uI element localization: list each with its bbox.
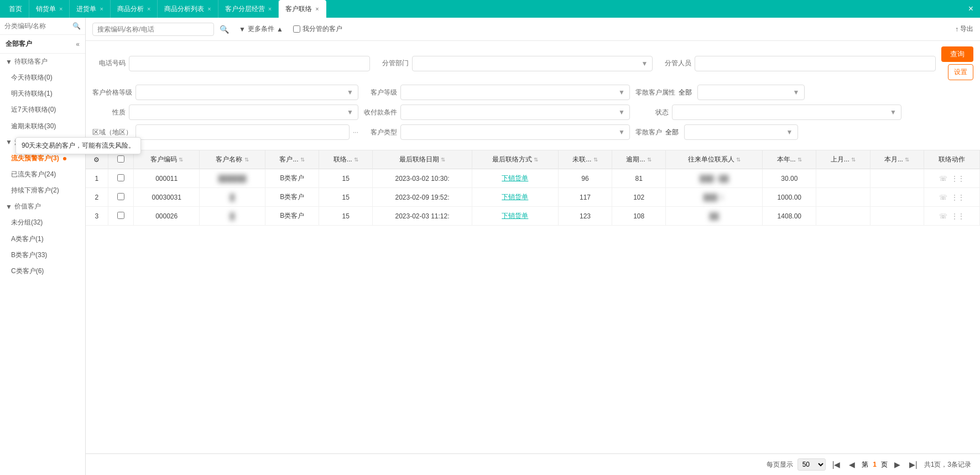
- row-action[interactable]: ☏ ⋮⋮: [924, 207, 979, 226]
- search-button[interactable]: 🔍: [220, 25, 229, 34]
- row-checkbox[interactable]: [108, 188, 134, 207]
- row-action[interactable]: ☏ ⋮⋮: [924, 169, 979, 188]
- prev-page-button[interactable]: ◀: [847, 459, 857, 470]
- payment-label: 收付款条件: [364, 108, 397, 117]
- col-action: 联络动作: [924, 150, 979, 169]
- row-checkbox[interactable]: [108, 207, 134, 226]
- sidebar-item-overdue[interactable]: 逾期未联络(30): [0, 118, 85, 134]
- col-this-month[interactable]: 本月... ⇅: [870, 150, 924, 169]
- export-button[interactable]: ↑ 导出: [955, 24, 973, 34]
- dept-select[interactable]: ▼: [412, 56, 653, 71]
- row-customer-type: B类客户: [265, 169, 319, 188]
- row-last-type[interactable]: 下销货单: [472, 169, 558, 188]
- sidebar-item-class-a[interactable]: A类客户(1): [0, 231, 85, 247]
- action-more-icon[interactable]: ⋮⋮: [951, 175, 965, 182]
- tab-product-analysis-list[interactable]: 商品分析列表 ×: [158, 0, 218, 18]
- zero-customer-label: 零散客户: [635, 128, 662, 137]
- sidebar-search-bar: 🔍: [0, 18, 85, 35]
- tab-sales[interactable]: 销货单 ×: [29, 0, 70, 18]
- sidebar-item-class-b[interactable]: B类客户(33): [0, 247, 85, 263]
- sidebar-all-customers[interactable]: 全部客户 «: [0, 35, 85, 54]
- row-last-type[interactable]: 下销货单: [472, 188, 558, 207]
- dept-select-arrow: ▼: [641, 60, 648, 67]
- first-page-button[interactable]: |◀: [830, 459, 843, 470]
- tab-customer-contact-close[interactable]: ×: [315, 6, 319, 12]
- col-customer-type[interactable]: 客户... ⇅: [265, 150, 319, 169]
- sidebar-group-value[interactable]: ▼ 价值客户: [0, 199, 85, 215]
- tab-purchase-close[interactable]: ×: [100, 6, 103, 12]
- sidebar-all-customers-label: 全部客户: [6, 39, 32, 49]
- col-uncontacted[interactable]: 未联... ⇅: [558, 150, 612, 169]
- settings-button[interactable]: 设置: [948, 64, 973, 80]
- tab-customer-segmentation-close[interactable]: ×: [268, 6, 272, 12]
- person-label: 分管人员: [658, 59, 691, 68]
- col-contact-count[interactable]: 联络... ⇅: [319, 150, 373, 169]
- sidebar-group-pending[interactable]: ▼ 待联络客户: [0, 54, 85, 70]
- payment-select[interactable]: ▼: [400, 105, 630, 120]
- nature-select[interactable]: ▼: [129, 105, 358, 120]
- action-contact-icon[interactable]: ☏: [939, 175, 947, 182]
- row-code: 000026: [134, 207, 200, 226]
- next-page-button[interactable]: ▶: [892, 459, 903, 470]
- sidebar-collapse-icon[interactable]: «: [76, 40, 80, 48]
- row-customer-type: B类客户: [265, 188, 319, 207]
- col-code[interactable]: 客户编码 ⇅: [134, 150, 200, 169]
- col-this-year[interactable]: 本年... ⇅: [763, 150, 816, 169]
- filter-row-3: 性质 ▼ 收付款条件 ▼ 状态: [92, 105, 973, 120]
- tab-customer-contact[interactable]: 客户联络 ×: [279, 0, 326, 18]
- col-last-month[interactable]: 上月... ⇅: [816, 150, 870, 169]
- region-input[interactable]: [135, 124, 350, 140]
- last-page-button[interactable]: ▶|: [907, 459, 920, 470]
- my-customers-checkbox[interactable]: 我分管的客户: [293, 24, 342, 34]
- per-page-select[interactable]: 50 100 200: [797, 458, 826, 471]
- status-select[interactable]: ▼: [672, 105, 901, 120]
- col-contact-person-label: 往来单位联系人: [688, 155, 734, 163]
- phone-input[interactable]: [129, 56, 370, 71]
- sidebar-item-today[interactable]: 今天待联络(0): [0, 70, 85, 86]
- customer-level-select[interactable]: ▼: [400, 85, 630, 100]
- tab-customer-segmentation[interactable]: 客户分层经营 ×: [218, 0, 279, 18]
- col-last-type[interactable]: 最后联络方式 ⇅: [472, 150, 558, 169]
- filter-cell-zero-customer: 零散客户 全部 ▼: [635, 124, 901, 140]
- col-overdue[interactable]: 逾期... ⇅: [612, 150, 666, 169]
- region-ellipsis[interactable]: ···: [353, 128, 358, 136]
- tab-product-analysis-list-close[interactable]: ×: [207, 6, 211, 12]
- sidebar-item-tomorrow[interactable]: 明天待联络(1): [0, 86, 85, 102]
- col-name[interactable]: 客户名称 ⇅: [200, 150, 265, 169]
- tab-product-analysis-close[interactable]: ×: [147, 6, 150, 12]
- zero-customer-select[interactable]: ▼: [684, 124, 798, 140]
- action-more-icon[interactable]: ⋮⋮: [951, 194, 965, 201]
- sidebar: 🔍 全部客户 « ▼ 待联络客户 今天待联络(0) 明天待联络(1) 近7天待联…: [0, 18, 86, 475]
- tab-bar-close-all[interactable]: ×: [962, 4, 980, 14]
- query-button[interactable]: 查询: [941, 46, 973, 62]
- row-contact-person: ███ 3.: [666, 188, 763, 207]
- more-conditions-button[interactable]: ▼ 更多条件 ▲: [234, 22, 288, 36]
- search-input[interactable]: [92, 23, 214, 36]
- row-last-type[interactable]: 下销货单: [472, 207, 558, 226]
- row-action[interactable]: ☏ ⋮⋮: [924, 188, 979, 207]
- customer-type-select[interactable]: ▼: [400, 124, 630, 140]
- sidebar-item-churned[interactable]: 已流失客户(24): [0, 166, 85, 182]
- sidebar-item-class-c[interactable]: C类客户(6): [0, 263, 85, 279]
- row-checkbox[interactable]: [108, 169, 134, 188]
- action-contact-icon[interactable]: ☏: [939, 194, 947, 201]
- sidebar-search-input[interactable]: [4, 22, 70, 30]
- tab-homepage[interactable]: 首页: [2, 0, 29, 18]
- col-last-date[interactable]: 最后联络日期 ⇅: [373, 150, 472, 169]
- filter-right: ↑ 导出: [955, 24, 973, 34]
- sidebar-item-ungroup[interactable]: 未分组(32): [0, 215, 85, 231]
- person-input[interactable]: [695, 56, 936, 71]
- sidebar-item-7days[interactable]: 近7天待联络(0): [0, 102, 85, 118]
- col-contact-person[interactable]: 往来单位联系人 ⇅: [666, 150, 763, 169]
- tab-product-analysis[interactable]: 商品分析 ×: [111, 0, 158, 18]
- tab-purchase[interactable]: 进货单 ×: [70, 0, 110, 18]
- price-select[interactable]: ▼: [135, 85, 358, 100]
- tab-sales-close[interactable]: ×: [59, 6, 62, 12]
- my-customers-checkbox-input[interactable]: [293, 25, 300, 33]
- sidebar-item-declining[interactable]: 持续下滑客户(2): [0, 182, 85, 199]
- action-contact-icon[interactable]: ☏: [939, 212, 947, 220]
- zero-attr-select[interactable]: ▼: [697, 85, 805, 100]
- select-all-checkbox[interactable]: [117, 155, 124, 163]
- action-more-icon[interactable]: ⋮⋮: [951, 212, 965, 220]
- row-this-month: [870, 188, 924, 207]
